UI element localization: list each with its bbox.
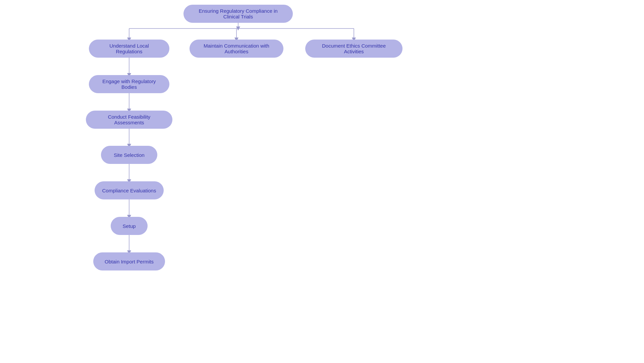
- setup-node: Setup: [111, 217, 148, 235]
- site-node: Site Selection: [101, 146, 157, 164]
- document-node: Document Ethics Committee Activities: [305, 40, 402, 58]
- understand-node: Understand Local Regulations: [89, 40, 169, 58]
- maintain-node: Maintain Communication with Authorities: [190, 40, 283, 58]
- root-node: Ensuring Regulatory Compliance in Clinic…: [183, 5, 293, 23]
- conduct-node: Conduct Feasibility Assessments: [86, 111, 172, 129]
- obtain-node: Obtain Import Permits: [93, 252, 165, 270]
- diagram-container: Ensuring Regulatory Compliance in Clinic…: [0, 0, 644, 363]
- compliance-node: Compliance Evaluations: [95, 181, 164, 199]
- engage-node: Engage with Regulatory Bodies: [89, 75, 169, 93]
